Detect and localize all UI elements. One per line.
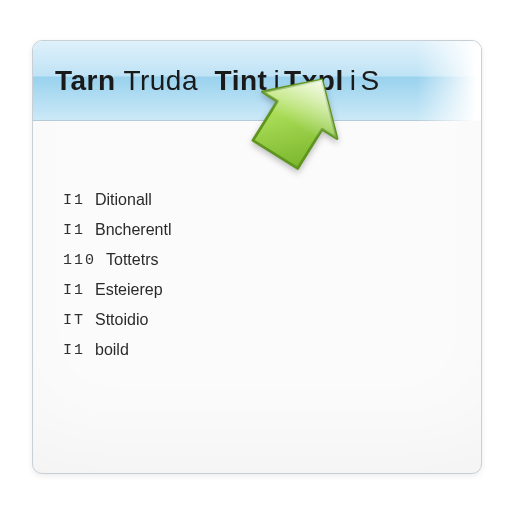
item-label: Bncherentl: [95, 221, 172, 239]
title-word-5: S: [360, 65, 379, 96]
item-label: Tottetrs: [106, 251, 158, 269]
item-label: boild: [95, 341, 129, 359]
title-word-3: Tint: [215, 65, 268, 96]
item-label: Ditionall: [95, 191, 152, 209]
item-label: Esteierep: [95, 281, 163, 299]
title-separator: i: [273, 65, 280, 97]
window-body: I1DitionallI1Bncherentl110TottetrsI1Este…: [33, 121, 481, 365]
item-index: I1: [63, 222, 85, 239]
title-word-4: Txpl: [284, 65, 344, 96]
item-label: Sttoidio: [95, 311, 148, 329]
window: Tarn Truda TintiTxpliS I1DitionallI1Bnch…: [32, 40, 482, 474]
item-index: I1: [63, 282, 85, 299]
title-word-1: Tarn: [55, 65, 116, 96]
list-item[interactable]: I1boild: [63, 335, 463, 365]
title-bar: Tarn Truda TintiTxpliS: [33, 41, 481, 121]
title-separator-2: i: [350, 65, 357, 97]
item-index: I1: [63, 342, 85, 359]
item-list: I1DitionallI1Bncherentl110TottetrsI1Este…: [63, 185, 463, 365]
list-item[interactable]: I1Esteierep: [63, 275, 463, 305]
list-item[interactable]: I1Ditionall: [63, 185, 463, 215]
list-item[interactable]: I1Bncherentl: [63, 215, 463, 245]
item-index: 110: [63, 252, 96, 269]
item-index: I1: [63, 192, 85, 209]
list-item[interactable]: ITSttoidio: [63, 305, 463, 335]
header-fade: [417, 41, 482, 121]
title-word-2: Truda: [123, 65, 198, 96]
title-text: Tarn Truda TintiTxpliS: [55, 65, 380, 97]
list-item[interactable]: 110Tottetrs: [63, 245, 463, 275]
item-index: IT: [63, 312, 85, 329]
